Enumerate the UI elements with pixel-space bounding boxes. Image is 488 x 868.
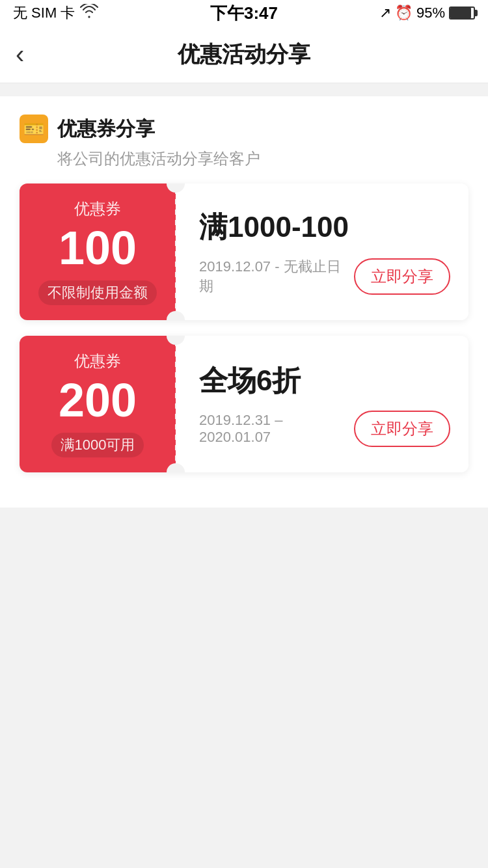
section-icon: 🎫 bbox=[20, 115, 48, 143]
nav-bar: ‹ 优惠活动分享 bbox=[0, 26, 488, 83]
coupon-name-2: 全场6折 bbox=[199, 362, 450, 400]
coupon-card-2: 优惠券 200 满1000可用 全场6折 2019.12.31 – 2020.0… bbox=[20, 336, 468, 472]
top-divider bbox=[0, 83, 488, 96]
coupon-label-1: 优惠券 bbox=[74, 198, 121, 219]
coupon-date-1: 2019.12.07 - 无截止日期 bbox=[199, 257, 354, 296]
share-button-2[interactable]: 立即分享 bbox=[354, 411, 450, 447]
coupon-value-2: 200 bbox=[59, 377, 137, 424]
back-button[interactable]: ‹ bbox=[16, 40, 24, 69]
battery-percent: 95% bbox=[416, 5, 445, 21]
alarm-icon: ⏰ bbox=[395, 5, 413, 21]
coupon-list: 优惠券 100 不限制使用金额 满1000-100 2019.12.07 - 无… bbox=[0, 183, 488, 508]
coupon-date-2: 2019.12.31 – 2020.01.07 bbox=[199, 412, 354, 446]
carrier-text: 无 SIM 卡 bbox=[13, 3, 75, 23]
coupon-condition-1: 不限制使用金额 bbox=[38, 280, 157, 305]
section-header-row: 🎫 优惠券分享 bbox=[20, 115, 468, 143]
status-time: 下午3:47 bbox=[210, 2, 278, 25]
coupon-icon: 🎫 bbox=[23, 119, 44, 139]
coupon-right-2: 全场6折 2019.12.31 – 2020.01.07 立即分享 bbox=[176, 336, 468, 472]
section-header: 🎫 优惠券分享 将公司的优惠活动分享给客户 bbox=[0, 96, 488, 183]
battery-icon bbox=[449, 7, 475, 20]
coupon-condition-2: 满1000可用 bbox=[51, 433, 144, 457]
section-title: 优惠券分享 bbox=[57, 116, 155, 142]
coupon-label-2: 优惠券 bbox=[74, 351, 121, 372]
coupon-right-1: 满1000-100 2019.12.07 - 无截止日期 立即分享 bbox=[176, 183, 468, 320]
wifi-icon bbox=[80, 4, 98, 22]
coupon-name-1: 满1000-100 bbox=[199, 208, 450, 247]
coupon-left-1: 优惠券 100 不限制使用金额 bbox=[20, 183, 176, 320]
coupon-value-1: 100 bbox=[59, 224, 137, 271]
back-arrow: ‹ bbox=[16, 40, 24, 69]
coupon-date-row-2: 2019.12.31 – 2020.01.07 立即分享 bbox=[199, 411, 450, 447]
location-icon: ↗ bbox=[379, 5, 391, 21]
status-right: ↗ ⏰ 95% bbox=[379, 5, 475, 21]
empty-space bbox=[0, 508, 488, 768]
status-left: 无 SIM 卡 bbox=[13, 3, 98, 23]
coupon-date-row-1: 2019.12.07 - 无截止日期 立即分享 bbox=[199, 257, 450, 296]
page-title: 优惠活动分享 bbox=[178, 40, 310, 70]
section-subtitle: 将公司的优惠活动分享给客户 bbox=[57, 148, 468, 169]
status-bar: 无 SIM 卡 下午3:47 ↗ ⏰ 95% bbox=[0, 0, 488, 26]
share-button-1[interactable]: 立即分享 bbox=[354, 258, 450, 295]
coupon-left-2: 优惠券 200 满1000可用 bbox=[20, 336, 176, 472]
coupon-card-1: 优惠券 100 不限制使用金额 满1000-100 2019.12.07 - 无… bbox=[20, 183, 468, 320]
